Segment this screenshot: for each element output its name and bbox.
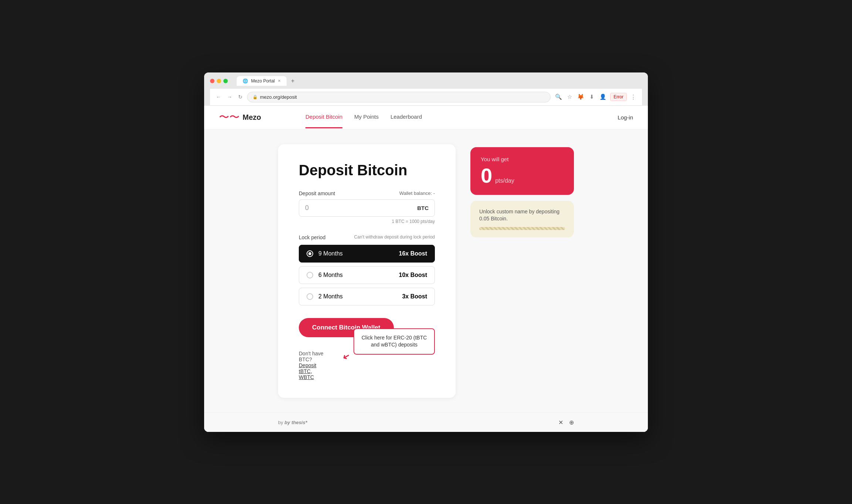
page: 〜〜 Mezo Deposit Bitcoin My Points Leader… bbox=[204, 106, 648, 432]
main-content: Deposit Bitcoin Deposit amount Wallet ba… bbox=[204, 129, 648, 413]
period-6months-label: 6 Months bbox=[318, 272, 399, 278]
lock-period-hint: Can't withdraw deposit during lock perio… bbox=[354, 234, 435, 240]
twitter-icon[interactable]: ✕ bbox=[558, 419, 563, 426]
period-2months-boost: 3x Boost bbox=[402, 293, 427, 300]
period-6months[interactable]: 6 Months 10x Boost bbox=[299, 266, 435, 284]
tab-bar: 🌐 Mezo Portal ✕ + bbox=[237, 76, 297, 86]
deposit-tbtc-link[interactable]: Deposit tBTC, WBTC bbox=[299, 362, 316, 380]
deposit-amount-label-row: Deposit amount Wallet balance: - bbox=[299, 190, 435, 196]
period-9months-radio bbox=[307, 250, 313, 257]
pts-value: 0 bbox=[481, 165, 492, 186]
period-2months-radio bbox=[307, 293, 313, 300]
browser-toolbar: ← → ↻ 🔒 mezo.org/deposit 🔍 ☆ 🦊 ⬇ 👤 Error… bbox=[210, 89, 642, 106]
unlock-progress-bar bbox=[479, 227, 565, 230]
period-2months[interactable]: 2 Months 3x Boost bbox=[299, 288, 435, 305]
footer-social: ✕ ⊕ bbox=[558, 419, 574, 426]
extension-icon[interactable]: 🦊 bbox=[576, 92, 586, 102]
address-lock-icon: 🔒 bbox=[253, 95, 258, 99]
tab-favicon: 🌐 bbox=[243, 78, 248, 84]
discord-icon[interactable]: ⊕ bbox=[569, 419, 574, 426]
nav-leaderboard[interactable]: Leaderboard bbox=[390, 106, 422, 128]
callout-area: Click here for ERC-20 (tBTC and wBTC) de… bbox=[354, 328, 435, 355]
deposit-amount-label: Deposit amount bbox=[299, 190, 335, 196]
active-tab[interactable]: 🌐 Mezo Portal ✕ bbox=[237, 76, 287, 86]
period-9months-boost: 16x Boost bbox=[399, 250, 427, 257]
browser-titlebar: 🌐 Mezo Portal ✕ + bbox=[210, 76, 642, 86]
minimize-button[interactable] bbox=[217, 79, 221, 83]
tab-title: Mezo Portal bbox=[251, 78, 275, 84]
logo-text: Mezo bbox=[243, 113, 261, 122]
amount-input[interactable] bbox=[305, 204, 417, 212]
callout-text: Click here for ERC-20 (tBTC and wBTC) de… bbox=[362, 335, 427, 348]
new-tab-btn[interactable]: + bbox=[288, 76, 297, 86]
period-2months-label: 2 Months bbox=[318, 293, 402, 300]
unlock-text: Unlock custom name by depositing 0.05 Bi… bbox=[479, 208, 565, 223]
tab-close-btn[interactable]: ✕ bbox=[278, 79, 281, 83]
login-button[interactable]: Log-in bbox=[618, 114, 633, 121]
amount-input-wrapper[interactable]: BTC bbox=[299, 199, 435, 217]
deposit-title: Deposit Bitcoin bbox=[299, 162, 435, 179]
search-icon[interactable]: 🔍 bbox=[554, 92, 564, 102]
conversion-hint: 1 BTC = 1000 pts/day bbox=[299, 219, 435, 224]
period-9months-label: 9 Months bbox=[318, 250, 399, 257]
site-nav: Deposit Bitcoin My Points Leaderboard bbox=[305, 106, 422, 128]
bottom-section: Connect Bitcoin Wallet Don't have BTC? D… bbox=[299, 309, 435, 380]
right-panel: You will get 0 pts/day Unlock custom nam… bbox=[470, 144, 574, 398]
pts-card-label: You will get bbox=[481, 156, 564, 162]
no-btc-text: Don't have BTC? Deposit tBTC, WBTC bbox=[299, 351, 324, 380]
wallet-balance-label: Wallet balance: - bbox=[399, 190, 435, 196]
deposit-card: Deposit Bitcoin Deposit amount Wallet ba… bbox=[278, 144, 456, 398]
profile-icon[interactable]: 👤 bbox=[598, 92, 608, 102]
lock-period-label-row: Lock period Can't withdraw deposit durin… bbox=[299, 234, 435, 240]
period-9months[interactable]: 9 Months 16x Boost bbox=[299, 245, 435, 263]
logo-icon: 〜〜 bbox=[219, 110, 240, 124]
site-footer: by by thesis* ✕ ⊕ bbox=[204, 413, 648, 432]
browser-window: 🌐 Mezo Portal ✕ + ← → ↻ 🔒 mezo.org/depos… bbox=[204, 72, 648, 432]
forward-btn[interactable]: → bbox=[226, 92, 234, 101]
refresh-btn[interactable]: ↻ bbox=[237, 92, 244, 101]
maximize-button[interactable] bbox=[223, 79, 228, 83]
address-url: mezo.org/deposit bbox=[260, 94, 297, 100]
menu-icon[interactable]: ⋮ bbox=[629, 92, 638, 102]
logo[interactable]: 〜〜 Mezo bbox=[219, 110, 261, 124]
pts-value-row: 0 pts/day bbox=[481, 165, 564, 186]
browser-chrome: 🌐 Mezo Portal ✕ + ← → ↻ 🔒 mezo.org/depos… bbox=[204, 72, 648, 106]
bookmark-icon[interactable]: ☆ bbox=[566, 92, 574, 102]
pts-unit: pts/day bbox=[495, 177, 514, 184]
callout-arrow: ➜ bbox=[340, 351, 352, 363]
period-6months-boost: 10x Boost bbox=[399, 272, 427, 278]
download-icon[interactable]: ⬇ bbox=[588, 92, 596, 102]
nav-my-points[interactable]: My Points bbox=[354, 106, 379, 128]
lock-period-label: Lock period bbox=[299, 234, 325, 240]
error-button[interactable]: Error bbox=[610, 93, 627, 101]
traffic-lights bbox=[210, 79, 228, 83]
nav-deposit-bitcoin[interactable]: Deposit Bitcoin bbox=[305, 106, 342, 128]
footer-brand: by by thesis* bbox=[278, 420, 307, 425]
site-header: 〜〜 Mezo Deposit Bitcoin My Points Leader… bbox=[204, 106, 648, 129]
toolbar-actions: 🔍 ☆ 🦊 ⬇ 👤 Error ⋮ bbox=[554, 92, 638, 102]
period-6months-radio bbox=[307, 272, 313, 278]
unlock-card: Unlock custom name by depositing 0.05 Bi… bbox=[470, 201, 574, 237]
currency-label: BTC bbox=[417, 205, 429, 211]
address-bar[interactable]: 🔒 mezo.org/deposit bbox=[247, 92, 551, 102]
pts-card: You will get 0 pts/day bbox=[470, 147, 574, 195]
callout-box[interactable]: Click here for ERC-20 (tBTC and wBTC) de… bbox=[354, 328, 435, 355]
close-button[interactable] bbox=[210, 79, 214, 83]
back-btn[interactable]: ← bbox=[214, 92, 223, 101]
